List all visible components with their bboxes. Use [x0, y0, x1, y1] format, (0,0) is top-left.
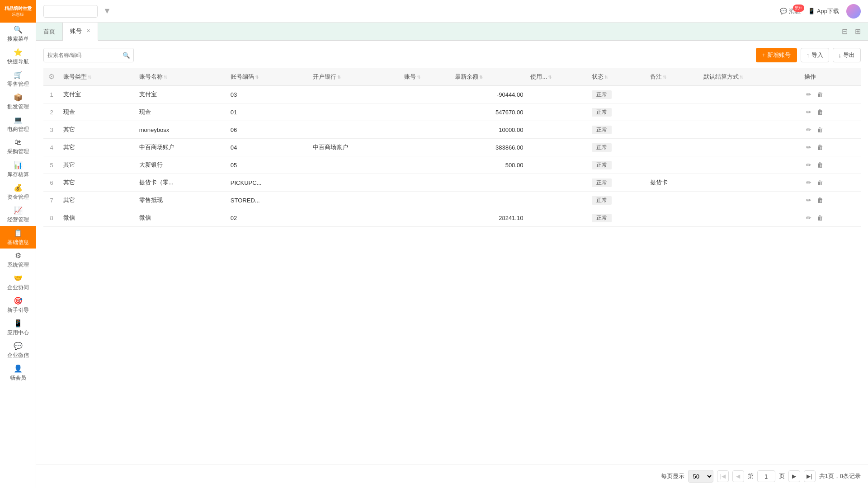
sidebar-item-inventory[interactable]: 📊 库存核算	[0, 158, 36, 181]
col-balance[interactable]: 最新余额⇅	[451, 68, 527, 86]
table-row: 4 其它 中百商场账户 04 中百商场账户 383866.00 正常 ✏ 🗑	[43, 139, 861, 156]
sidebar-item-label-member: 畅会员	[10, 374, 26, 382]
cell-settlement-7	[700, 209, 801, 227]
cell-remark-6	[646, 192, 700, 209]
page-input[interactable]	[757, 470, 775, 482]
page-last-button[interactable]: ▶|	[804, 470, 816, 482]
cell-usage-0	[527, 86, 588, 103]
tab-restore-button[interactable]: ⊟	[840, 26, 849, 37]
delete-button-6[interactable]: 🗑	[815, 196, 825, 205]
col-usage[interactable]: 使用...⇅	[527, 68, 588, 86]
tab-account[interactable]: 账号 ✕	[63, 23, 98, 41]
tab-home[interactable]: 首页	[36, 23, 63, 41]
cell-status-6: 正常	[588, 192, 646, 209]
delete-button-4[interactable]: 🗑	[815, 160, 825, 169]
delete-button-3[interactable]: 🗑	[815, 143, 825, 152]
table-row: 2 现金 现金 01 547670.00 正常 ✏ 🗑	[43, 103, 861, 121]
page-next-button[interactable]: ▶	[788, 470, 800, 482]
edit-button-5[interactable]: ✏	[804, 178, 813, 187]
search-input[interactable]	[44, 48, 119, 62]
col-status[interactable]: 状态⇅	[588, 68, 646, 86]
column-settings-button[interactable]: ⚙	[48, 72, 55, 81]
tab-account-close[interactable]: ✕	[86, 28, 90, 34]
import-button[interactable]: ↑ 导入	[801, 48, 829, 62]
cell-balance-6	[451, 192, 527, 209]
page-prev-button[interactable]: ◀	[732, 470, 744, 482]
col-account[interactable]: 账号⇅	[401, 68, 451, 86]
main-area: ▼ 💬 消息 99+ 📱 App下载 首页 账号 ✕ ⊟ ⊞	[36, 0, 868, 488]
cell-code-0: 03	[227, 86, 309, 103]
sidebar-item-purchase[interactable]: 🛍 采购管理	[0, 136, 36, 158]
cell-code-6: STORED...	[227, 192, 309, 209]
sidebar-item-wholesale[interactable]: 📦 批发管理	[0, 90, 36, 113]
col-bank[interactable]: 开户银行⇅	[309, 68, 401, 86]
add-account-button[interactable]: + 新增账号	[756, 48, 797, 62]
finance-icon: 💰	[14, 183, 23, 192]
app-icon: 📱	[808, 8, 815, 14]
sidebar-item-enterprise-wechat[interactable]: 💬 企业微信	[0, 339, 36, 361]
edit-button-6[interactable]: ✏	[804, 196, 813, 205]
sidebar-item-guide[interactable]: 🎯 新手引导	[0, 294, 36, 316]
tab-account-label: 账号	[70, 27, 82, 35]
app-download-button[interactable]: 📱 App下载	[808, 7, 839, 15]
edit-button-3[interactable]: ✏	[804, 143, 813, 152]
delete-button-0[interactable]: 🗑	[815, 90, 825, 99]
topbar-dropdown-icon[interactable]: ▼	[103, 6, 111, 16]
logo-text: 精品填时生意	[5, 5, 32, 12]
topbar-search-input[interactable]	[43, 5, 98, 18]
cell-account-7	[401, 209, 451, 227]
avatar[interactable]	[846, 4, 861, 19]
message-button[interactable]: 💬 消息 99+	[780, 7, 801, 15]
table-row: 3 其它 moneybosx 06 10000.00 正常 ✏ 🗑	[43, 121, 861, 139]
sidebar-item-ecommerce[interactable]: 💻 电商管理	[0, 113, 36, 136]
cell-bank-1	[309, 103, 401, 121]
sidebar-item-search[interactable]: 🔍 搜索菜单	[0, 23, 36, 45]
col-code[interactable]: 账号编码⇅	[227, 68, 309, 86]
col-settings[interactable]: ⚙	[43, 68, 60, 86]
app-center-icon: 📱	[14, 319, 23, 328]
sidebar-item-member[interactable]: 👤 畅会员	[0, 361, 36, 384]
edit-button-2[interactable]: ✏	[804, 125, 813, 134]
sidebar-item-basic-info[interactable]: 📋 基础信息	[0, 226, 36, 249]
col-type[interactable]: 账号类型⇅	[60, 68, 136, 86]
cell-action-3: ✏ 🗑	[801, 139, 861, 156]
edit-button-7[interactable]: ✏	[804, 213, 813, 222]
export-button[interactable]: ↓ 导出	[833, 48, 861, 62]
per-page-select[interactable]: 50 100 200	[688, 470, 713, 483]
delete-button-5[interactable]: 🗑	[815, 178, 825, 187]
col-remark[interactable]: 备注⇅	[646, 68, 700, 86]
guide-icon: 🎯	[14, 296, 23, 305]
sidebar-item-operations[interactable]: 📈 经营管理	[0, 203, 36, 226]
sidebar-item-company-agreement[interactable]: 🤝 企业协同	[0, 271, 36, 294]
search-button[interactable]: 🔍	[119, 48, 133, 62]
col-name[interactable]: 账号名称⇅	[136, 68, 227, 86]
sidebar-item-retail[interactable]: 🛒 零售管理	[0, 68, 36, 90]
cell-name-5: 提货卡（零...	[136, 174, 227, 192]
edit-button-4[interactable]: ✏	[804, 160, 813, 169]
cell-no-2: 3	[43, 121, 60, 139]
page-first-button[interactable]: |◀	[717, 470, 729, 482]
table-row: 7 其它 零售抵现 STORED... 正常 ✏ 🗑	[43, 192, 861, 209]
cell-account-0	[401, 86, 451, 103]
sidebar-item-quick-nav[interactable]: ⭐ 快捷导航	[0, 45, 36, 68]
cell-type-2: 其它	[60, 121, 136, 139]
edit-button-1[interactable]: ✏	[804, 108, 813, 117]
search-wrap: 🔍	[43, 48, 134, 62]
cell-code-7: 02	[227, 209, 309, 227]
operations-icon: 📈	[14, 206, 23, 215]
cell-name-2: moneybosx	[136, 121, 227, 139]
tab-maximize-button[interactable]: ⊞	[853, 26, 863, 37]
delete-button-7[interactable]: 🗑	[815, 213, 825, 222]
col-action: 操作	[801, 68, 861, 86]
delete-button-2[interactable]: 🗑	[815, 125, 825, 134]
cell-bank-5	[309, 174, 401, 192]
col-settlement[interactable]: 默认结算方式⇅	[700, 68, 801, 86]
import-icon: ↑	[807, 52, 810, 59]
sidebar-item-app-center[interactable]: 📱 应用中心	[0, 316, 36, 339]
cell-no-6: 7	[43, 192, 60, 209]
delete-button-1[interactable]: 🗑	[815, 108, 825, 117]
cell-code-5: PICKUPC...	[227, 174, 309, 192]
edit-button-0[interactable]: ✏	[804, 90, 813, 99]
sidebar-item-finance[interactable]: 💰 资金管理	[0, 181, 36, 203]
sidebar-item-system[interactable]: ⚙ 系统管理	[0, 249, 36, 271]
